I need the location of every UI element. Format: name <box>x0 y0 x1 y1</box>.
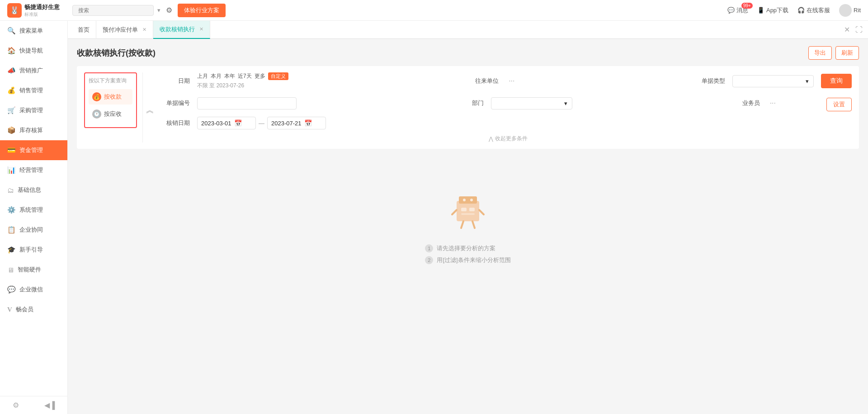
tab-home[interactable]: 首页 <box>71 21 96 39</box>
writeoff-end-date[interactable]: 2023-07-21 📅 <box>267 117 326 129</box>
collapse-more-button[interactable]: ⋀ 收起更多条件 <box>489 135 528 143</box>
message-button[interactable]: 💬 消息 99+ <box>727 6 748 14</box>
writeoff-start-date[interactable]: 2023-03-01 📅 <box>197 117 256 129</box>
page-title-bar: 收款核销执行(按收款) 导出 刷新 <box>77 46 859 60</box>
user-avatar[interactable]: Rit <box>839 4 861 17</box>
empty-hint-2-text: 用[过滤]条件来缩小分析范围 <box>437 256 510 264</box>
sidebar-item-hardware[interactable]: 🖥 智能硬件 <box>0 260 67 280</box>
query-button[interactable]: 查询 <box>821 74 852 88</box>
sidebar-item-finance[interactable]: 💳 资金管理 <box>0 140 67 160</box>
collapse-sidebar-icon[interactable]: ◀▐ <box>44 401 55 409</box>
sidebar-item-label: 新手引导 <box>19 246 43 254</box>
tab-home-label: 首页 <box>78 26 90 34</box>
sidebar-item-guide[interactable]: 🎓 新手引导 <box>0 240 67 260</box>
page-content: 收款核销执行(按收款) 导出 刷新 按以下方案查询 💰 按收款 <box>68 39 868 414</box>
date-no-limit: 不限 至 2023-07-26 <box>197 82 288 90</box>
counterparty-selector[interactable]: ··· <box>509 77 514 85</box>
home-icon: 🏠 <box>7 47 16 55</box>
hint-number-1: 1 <box>425 244 433 252</box>
sidebar-item-basic-info[interactable]: 🗂 基础信息 <box>0 180 67 200</box>
message-icon: 💬 <box>727 7 735 14</box>
guide-icon: 🎓 <box>7 246 16 254</box>
svg-rect-1 <box>459 196 477 204</box>
tab-close-all-icon[interactable]: ✕ <box>842 24 852 36</box>
date-this-month[interactable]: 本月 <box>211 72 222 80</box>
app-download-icon: 📱 <box>757 7 764 14</box>
date-custom-badge[interactable]: 自定义 <box>268 72 288 80</box>
department-label: 部门 <box>458 99 484 107</box>
date-this-year[interactable]: 本年 <box>224 72 235 80</box>
sidebar-item-member[interactable]: V 畅会员 <box>0 300 67 319</box>
topbar-settings-icon[interactable]: ⚙ <box>166 6 172 14</box>
settings-bottom-icon[interactable]: ⚙ <box>13 401 19 409</box>
empty-hints: 1 请先选择要分析的方案 2 用[过滤]条件来缩小分析范围 <box>425 244 510 264</box>
page-title: 收款核销执行(按收款) <box>77 48 156 58</box>
app-download-button[interactable]: 📱 App下载 <box>757 6 788 14</box>
sidebar-item-sales[interactable]: 💰 销售管理 <box>0 81 67 100</box>
topbar-search-input[interactable] <box>72 5 154 16</box>
filter-panel-collapse-button[interactable]: 《 <box>143 106 157 109</box>
export-button[interactable]: 导出 <box>808 46 832 60</box>
filter-options-box: 按以下方案查询 💰 按收款 🕐 按应收 <box>84 72 137 128</box>
svg-rect-4 <box>461 208 467 211</box>
empty-hint-1-text: 请先选择要分析的方案 <box>437 244 495 252</box>
svg-point-3 <box>470 199 473 201</box>
sidebar-item-label: 库存核算 <box>19 126 43 134</box>
refresh-button[interactable]: 刷新 <box>835 46 859 60</box>
app-layout: 🔍 搜索菜单 🏠 快捷导航 📣 营销推广 💰 销售管理 🛒 采购管理 📦 库存核… <box>0 21 868 414</box>
date-last-7days[interactable]: 近7天 <box>238 72 252 80</box>
calendar-start-icon: 📅 <box>234 119 242 127</box>
sidebar-item-system[interactable]: ⚙️ 系统管理 <box>0 200 67 220</box>
setting-button[interactable]: 设置 <box>826 98 852 111</box>
tab-receivable-label: 收款核销执行 <box>160 25 195 33</box>
sidebar-item-purchase[interactable]: 🛒 采购管理 <box>0 100 67 120</box>
sidebar-item-label: 搜索菜单 <box>19 27 43 35</box>
tab-prepay[interactable]: 预付冲应付单 ✕ <box>96 21 153 39</box>
svg-rect-0 <box>457 201 479 221</box>
filter-row-2: 单据编号 部门 ▾ 业务员 ··· 设置 <box>165 95 852 111</box>
svg-rect-5 <box>469 208 475 211</box>
filter-by-receipt[interactable]: 💰 按收款 <box>89 89 132 105</box>
sidebar-item-label: 资金管理 <box>19 146 43 154</box>
sidebar-item-marketing[interactable]: 📣 营销推广 <box>0 61 67 81</box>
topbar-chevron-icon[interactable]: ▾ <box>157 7 160 14</box>
sidebar-item-label: 营销推广 <box>19 67 43 75</box>
filter-by-receivable[interactable]: 🕐 按应收 <box>89 106 132 122</box>
solution-button[interactable]: 体验行业方案 <box>178 4 226 17</box>
department-select[interactable]: ▾ <box>491 97 572 109</box>
document-type-label: 单据类型 <box>700 77 725 85</box>
enterprise-icon: 📋 <box>7 226 16 234</box>
document-type-chevron: ▾ <box>806 78 809 85</box>
document-no-input[interactable] <box>197 97 297 109</box>
tab-controls: ✕ ⛶ <box>842 24 864 36</box>
collapse-chevron-icon: ⋀ <box>489 136 493 142</box>
member-icon: V <box>7 306 12 314</box>
online-service-button[interactable]: 🎧 在线客服 <box>797 6 830 14</box>
headset-icon: 🎧 <box>797 7 805 14</box>
empty-hint-1: 1 请先选择要分析的方案 <box>425 244 510 252</box>
empty-illustration <box>445 185 491 239</box>
document-type-select[interactable]: ▾ <box>732 75 814 87</box>
sidebar-item-operations[interactable]: 📊 经营管理 <box>0 160 67 180</box>
sidebar-item-inventory[interactable]: 📦 库存核算 <box>0 120 67 140</box>
sidebar-item-search-menu[interactable]: 🔍 搜索菜单 <box>0 21 67 41</box>
sidebar-item-enterprise[interactable]: 📋 企业协同 <box>0 220 67 240</box>
date-shortcuts: 上月 本月 本年 近7天 更多 自定义 <box>197 72 288 80</box>
empty-hint-2: 2 用[过滤]条件来缩小分析范围 <box>425 256 510 264</box>
hardware-icon: 🖥 <box>7 266 14 274</box>
tab-receivable[interactable]: 收款核销执行 ✕ <box>153 21 210 39</box>
tab-prepay-close[interactable]: ✕ <box>142 27 146 33</box>
filter-by-receivable-label: 按应收 <box>104 110 122 118</box>
date-more[interactable]: 更多 <box>255 72 265 80</box>
svg-line-7 <box>452 210 457 214</box>
svg-line-10 <box>472 221 475 228</box>
tab-receivable-close[interactable]: ✕ <box>199 26 203 32</box>
sidebar-item-wechat[interactable]: 💬 企业微信 <box>0 280 67 300</box>
sidebar-item-quick-nav[interactable]: 🏠 快捷导航 <box>0 41 67 61</box>
sidebar-item-label: 畅会员 <box>16 305 33 314</box>
date-last-month[interactable]: 上月 <box>197 72 208 80</box>
topbar: 🐰 畅捷通好生意 标准版 ▾ ⚙ 体验行业方案 💬 消息 99+ 📱 App下载… <box>0 0 868 21</box>
tab-maximize-icon[interactable]: ⛶ <box>854 24 864 36</box>
filter-sidebar: 按以下方案查询 💰 按收款 🕐 按应收 <box>84 72 143 143</box>
salesperson-selector[interactable]: ··· <box>770 99 776 107</box>
